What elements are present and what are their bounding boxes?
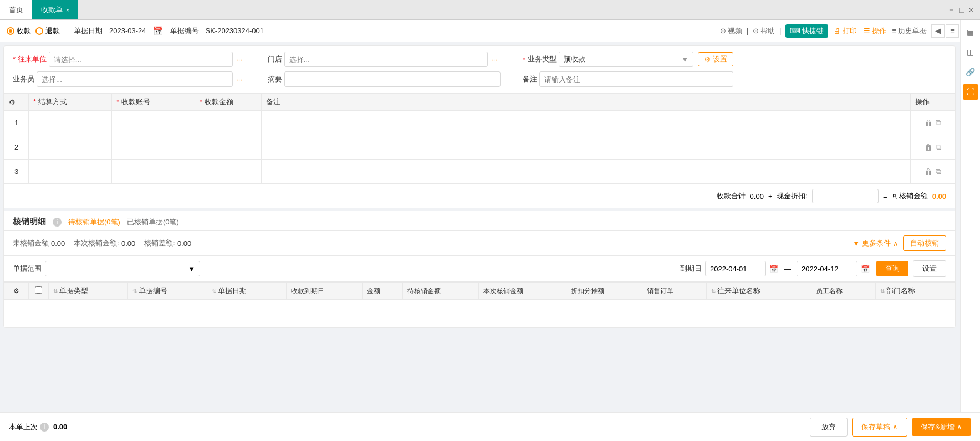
- range-field: 单据范围 ▼: [13, 261, 673, 276]
- summary-field: 摘要: [268, 71, 501, 87]
- abandon-btn[interactable]: 放弃: [810, 418, 848, 437]
- table-row: 2 🗑 ⧉: [4, 135, 955, 160]
- help-label: 帮助: [760, 26, 775, 36]
- shop-field: 门店 ···: [268, 52, 501, 67]
- receipt-type-group: 收款 退款: [7, 26, 60, 36]
- settings-button[interactable]: ⚙ 设置: [698, 52, 733, 66]
- done-tab[interactable]: 已核销单据(0笔): [127, 217, 179, 227]
- col-type-header: ⇅ 单据类型: [49, 283, 128, 300]
- window-max-icon[interactable]: □: [959, 6, 964, 14]
- due-to-calendar-icon[interactable]: 📅: [861, 265, 870, 273]
- col-partner-header: ⇅ 往来单位名称: [707, 283, 811, 300]
- window-close-icon[interactable]: ×: [969, 6, 973, 14]
- receipt-table: ⚙ * 结算方式 * 收款账号 * 收款金额 备注 操作: [4, 93, 955, 184]
- row1-amount[interactable]: [195, 111, 262, 135]
- filter-settings-btn[interactable]: 设置: [913, 260, 946, 277]
- row3-settle[interactable]: [29, 160, 112, 184]
- auto-cancel-btn[interactable]: 自动核销: [903, 235, 946, 251]
- print-label: 打印: [843, 26, 857, 36]
- sidebar-layout-icon[interactable]: ⛶: [963, 84, 978, 100]
- due-to-input[interactable]: [797, 261, 858, 276]
- save-draft-arrow: ∧: [892, 423, 898, 431]
- row3-note[interactable]: [262, 160, 911, 184]
- tab-receipt[interactable]: 收款单 ×: [32, 0, 78, 19]
- row1-delete-icon[interactable]: 🗑: [925, 119, 932, 127]
- pending-tab[interactable]: 待核销单据(0笔): [68, 217, 120, 227]
- summary-input[interactable]: [284, 71, 501, 87]
- footer: 本单上次 i 0.00 放弃 保存草稿 ∧ 保存&新增 ∧: [0, 412, 980, 441]
- footer-value: 0.00: [53, 423, 67, 431]
- panel-list-btn[interactable]: ≡: [946, 24, 959, 38]
- save-draft-btn[interactable]: 保存草稿 ∧: [852, 418, 907, 437]
- tab-home[interactable]: 首页: [0, 0, 32, 19]
- video-label: 视频: [728, 26, 742, 36]
- shop-input[interactable]: [284, 52, 488, 67]
- stats-row: 未核销金额 0.00 本次核销金额: 0.00 核销差额: 0.00 ▼ 更多条…: [4, 231, 955, 256]
- shop-more-btn[interactable]: ···: [488, 55, 501, 64]
- row3-delete-icon[interactable]: 🗑: [925, 167, 932, 176]
- note-input[interactable]: [539, 71, 733, 87]
- more-conditions-btn[interactable]: ▼ 更多条件 ∧: [853, 238, 899, 248]
- this-time-label: 本单上次: [9, 422, 38, 432]
- staff-more-btn[interactable]: ···: [233, 75, 246, 84]
- toolbar: 收款 退款 单据日期 2023-03-24 📅 单据编号 SK-20230324…: [0, 20, 980, 42]
- panel-prev-btn[interactable]: ◀: [931, 24, 945, 38]
- tab-close-icon[interactable]: ×: [66, 7, 69, 13]
- history-btn[interactable]: ≡ 历史单据: [892, 26, 927, 36]
- save-new-btn[interactable]: 保存&新增 ∧: [912, 418, 971, 436]
- partner-input[interactable]: [49, 52, 233, 67]
- help-btn[interactable]: ⊙ 帮助: [753, 26, 775, 36]
- staff-label: 业务员: [13, 74, 34, 84]
- col-settings2-header[interactable]: ⚙: [4, 283, 29, 300]
- due-from-calendar-icon[interactable]: 📅: [769, 265, 778, 273]
- window-min-icon[interactable]: －: [947, 5, 955, 15]
- row1-settle[interactable]: [29, 111, 112, 135]
- refund-radio[interactable]: 退款: [35, 26, 60, 36]
- discount-input[interactable]: [812, 189, 879, 203]
- save-new-label: 保存&新增: [921, 422, 955, 432]
- row3-account[interactable]: [112, 160, 195, 184]
- row2-note[interactable]: [262, 135, 911, 160]
- operation-label: 操作: [872, 26, 886, 36]
- refund-radio-dot: [35, 27, 43, 35]
- refund-label: 退款: [45, 26, 60, 36]
- row2-copy-icon[interactable]: ⧉: [936, 142, 941, 152]
- sidebar-table-icon[interactable]: ▤: [963, 24, 978, 40]
- row2-delete-icon[interactable]: 🗑: [925, 143, 932, 152]
- select-all-checkbox[interactable]: [35, 286, 42, 294]
- range-select[interactable]: ▼: [45, 261, 200, 276]
- sidebar-link-icon[interactable]: 🔗: [963, 64, 978, 80]
- row2-amount[interactable]: [195, 135, 262, 160]
- row3-copy-icon[interactable]: ⧉: [936, 167, 941, 176]
- calendar-icon[interactable]: 📅: [153, 26, 164, 36]
- operation-btn[interactable]: ☰ 操作: [862, 24, 887, 38]
- due-from-input[interactable]: [705, 261, 766, 276]
- row1-note[interactable]: [262, 111, 911, 135]
- sidebar-doc-icon[interactable]: ◫: [963, 44, 978, 60]
- col-settings-header[interactable]: ⚙: [4, 94, 29, 111]
- row2-settle[interactable]: [29, 135, 112, 160]
- col-order-header: 销售订单: [642, 283, 707, 300]
- row3-amount[interactable]: [195, 160, 262, 184]
- shortcut-btn[interactable]: ⌨ 快捷键: [785, 24, 828, 38]
- date-value: 2023-03-24: [109, 27, 146, 35]
- row2-account[interactable]: [112, 135, 195, 160]
- info-icon2[interactable]: i: [40, 423, 49, 432]
- receipt-radio[interactable]: 收款: [7, 26, 31, 36]
- biz-type-select[interactable]: 预收款 ▼: [559, 52, 693, 67]
- col-checkbox-header[interactable]: [29, 283, 49, 300]
- toolbar-divider: [67, 25, 67, 37]
- save-draft-label: 保存草稿: [861, 422, 890, 432]
- video-btn[interactable]: ⊙ 视频: [720, 26, 742, 36]
- verify-info-icon[interactable]: i: [53, 218, 62, 227]
- row1-copy-icon[interactable]: ⧉: [936, 118, 941, 127]
- receipt-label: 收款: [17, 26, 31, 36]
- verify-table-wrapper: ⚙ ⇅ 单据类型 ⇅ 单据编号 ⇅: [4, 282, 955, 327]
- query-btn[interactable]: 查询: [876, 261, 908, 276]
- staff-input[interactable]: [37, 71, 233, 87]
- col-amount-header2: 金额: [362, 283, 402, 300]
- row1-account[interactable]: [112, 111, 195, 135]
- print-btn[interactable]: 🖨 打印: [833, 24, 858, 38]
- col-no-header: ⇅ 单据编号: [127, 283, 207, 300]
- partner-more-btn[interactable]: ···: [233, 55, 246, 64]
